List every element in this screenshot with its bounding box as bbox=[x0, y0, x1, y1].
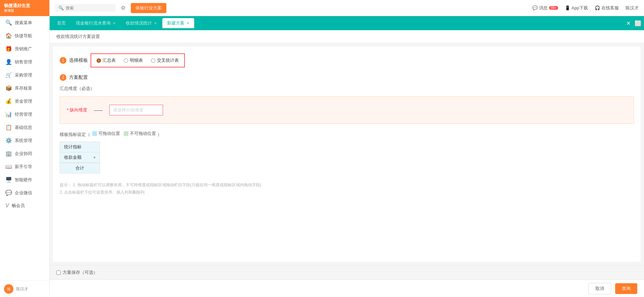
save-plan-checkbox-label[interactable]: 方案保存（可选） bbox=[56, 269, 637, 276]
dimension-select[interactable]: 请选择分组维度 bbox=[109, 105, 163, 115]
tab-bank-flow-label: 现金银行流水查询 bbox=[76, 20, 111, 26]
search-icon: 🔍 bbox=[5, 19, 12, 26]
movable-legend-text: 可拖动位置 bbox=[98, 131, 120, 137]
radio-cross-label: 交叉统计表 bbox=[157, 57, 179, 63]
sidebar-item-label: 库存核算 bbox=[15, 85, 32, 91]
sidebar-item-label: 新手引导 bbox=[15, 164, 32, 170]
sidebar-item-operations[interactable]: 📊 经营管理 bbox=[0, 108, 49, 121]
tab-close-icon[interactable]: ✕ bbox=[186, 21, 190, 26]
app-download-label: App下载 bbox=[572, 5, 588, 11]
headset-icon: 🎧 bbox=[595, 5, 600, 10]
tab-new-plan[interactable]: 新建方案 ✕ bbox=[162, 18, 194, 28]
header-right: 💬 消息 99+ 📱 App下载 🎧 在线客服 陈汉才 bbox=[532, 5, 639, 11]
settings-icon[interactable]: ⚙ bbox=[121, 5, 125, 11]
book-icon: 📖 bbox=[5, 163, 12, 170]
sidebar-item-label: 畅会员 bbox=[12, 203, 25, 209]
step2-label: 方案配置 bbox=[69, 75, 88, 81]
step2-header: 2 方案配置 bbox=[60, 74, 634, 81]
tab-bank-flow[interactable]: 现金银行流水查询 ✕ bbox=[71, 18, 120, 28]
monitor-icon: 🖥️ bbox=[5, 177, 12, 183]
close-tab-icon[interactable]: ✕ bbox=[626, 20, 631, 27]
radio-summary[interactable]: 汇总表 bbox=[97, 57, 116, 63]
tab-collection-stat[interactable]: 收款情况统计 ✕ bbox=[121, 18, 162, 28]
sidebar-item-label: 企业微信 bbox=[15, 190, 32, 196]
sidebar-item-enterprise[interactable]: 🏢 企业协同 bbox=[0, 147, 49, 160]
metrics-grid: 统计指标 收款金额 ▾ 合计 bbox=[60, 142, 634, 174]
avatar: 陈 bbox=[4, 284, 13, 294]
notification-label: 消息 bbox=[539, 5, 548, 11]
sidebar-logo: 畅捷通好生意 标准版 bbox=[0, 0, 49, 16]
page-title-bar: 收款情况统计方案设置 bbox=[50, 30, 644, 43]
hint-line-1: 提示： 1. 拖动标题栏可以调整布局，不可跨维度或指标区域拖动栏目字段(只能在同… bbox=[60, 182, 634, 189]
sidebar-item-basic[interactable]: 📋 基础信息 bbox=[0, 121, 49, 134]
sidebar-item-label: 营销推广 bbox=[15, 46, 32, 52]
save-plan-checkbox[interactable] bbox=[56, 270, 61, 275]
cancel-button[interactable]: 取消 bbox=[588, 283, 611, 294]
metrics-group-header-label: 统计指标 bbox=[64, 144, 82, 150]
fixed-legend-text: 不可拖动位置 bbox=[130, 131, 156, 137]
metrics-group: 统计指标 收款金额 ▾ 合计 bbox=[60, 142, 100, 174]
online-service-item[interactable]: 🎧 在线客服 bbox=[595, 5, 619, 11]
user-icon: 👤 bbox=[5, 59, 12, 65]
footer-section: 方案保存（可选） bbox=[50, 265, 644, 280]
metrics-group-header[interactable]: 统计指标 bbox=[60, 142, 100, 152]
clipboard-icon: 📋 bbox=[5, 124, 12, 131]
maximize-icon[interactable]: ⬜ bbox=[635, 20, 641, 27]
sidebar-item-label: 系统管理 bbox=[15, 138, 32, 144]
radio-cross[interactable]: 交叉统计表 bbox=[151, 57, 179, 63]
sidebar-item-sales[interactable]: 👤 销售管理 bbox=[0, 55, 49, 68]
industry-plan-button[interactable]: 体验行业方案 bbox=[131, 3, 166, 13]
step2-badge: 2 bbox=[60, 74, 66, 81]
app-download-item[interactable]: 📱 App下载 bbox=[565, 5, 588, 11]
metrics-col-header[interactable]: 收款金额 ▾ bbox=[60, 152, 100, 163]
query-button[interactable]: 查询 bbox=[615, 283, 637, 294]
metrics-section: 模板指标设定（ 可拖动位置 不可拖动位置 ） bbox=[60, 131, 634, 174]
sidebar-item-label: 智能硬件 bbox=[15, 177, 32, 183]
dropdown-icon[interactable]: ▾ bbox=[94, 155, 96, 160]
tab-home-label: 首页 bbox=[57, 20, 66, 26]
header-search-box[interactable]: 🔍 bbox=[55, 4, 115, 12]
sidebar-item-wechat[interactable]: 💬 企业微信 bbox=[0, 186, 49, 199]
hint-section: 提示： 1. 拖动标题栏可以调整布局，不可跨维度或指标区域拖动栏目字段(只能在同… bbox=[60, 182, 634, 196]
sidebar-item-quick-nav[interactable]: 🏠 快捷导航 bbox=[0, 29, 49, 42]
tab-new-plan-label: 新建方案 bbox=[167, 20, 184, 26]
logo-main-text: 畅捷通好生意 bbox=[4, 3, 30, 8]
sidebar-item-hardware[interactable]: 🖥️ 智能硬件 bbox=[0, 173, 49, 186]
sidebar-item-finance[interactable]: 💰 资金管理 bbox=[0, 95, 49, 108]
tab-bar: 首页 现金银行流水查询 ✕ 收款情况统计 ✕ 新建方案 ✕ ✕ ⬜ bbox=[50, 16, 644, 30]
sidebar-item-inventory[interactable]: 📦 库存核算 bbox=[0, 82, 49, 95]
gear-icon: ⚙️ bbox=[5, 137, 12, 144]
sidebar-item-guide[interactable]: 📖 新手引导 bbox=[0, 160, 49, 173]
metrics-config-label: 模板指标设定（ 可拖动位置 不可拖动位置 ） bbox=[60, 131, 634, 138]
step1-badge: 1 bbox=[60, 57, 66, 64]
dimension-select-placeholder: 请选择分组维度 bbox=[113, 107, 144, 112]
notification-badge: 99+ bbox=[549, 6, 558, 10]
form-container: 1 选择模板 汇总表 明细表 交叉统计表 bbox=[53, 47, 641, 262]
cart-icon: 🛒 bbox=[5, 72, 12, 78]
radio-cross-input[interactable] bbox=[151, 58, 155, 63]
sidebar-item-label: 采购管理 bbox=[15, 72, 32, 78]
search-input[interactable] bbox=[66, 6, 109, 10]
sidebar-item-label: 快捷导航 bbox=[15, 33, 32, 39]
radio-summary-input[interactable] bbox=[97, 58, 101, 63]
movable-legend-dot bbox=[92, 131, 97, 136]
radio-detail[interactable]: 明细表 bbox=[124, 57, 143, 63]
sidebar: 畅捷通好生意 标准版 🔍 搜索菜单 🏠 快捷导航 🎁 营销推广 👤 销售管理 🛒… bbox=[0, 0, 50, 297]
step2-section: 2 方案配置 汇总维度（必选） * 纵向维度 —— 请选择分组维度 bbox=[60, 74, 634, 196]
tab-close-icon[interactable]: ✕ bbox=[154, 21, 157, 26]
radio-detail-input[interactable] bbox=[124, 58, 128, 63]
sidebar-item-purchase[interactable]: 🛒 采购管理 bbox=[0, 68, 49, 82]
notification-item[interactable]: 💬 消息 99+ bbox=[532, 5, 558, 11]
tab-home[interactable]: 首页 bbox=[52, 18, 70, 28]
sidebar-item-member[interactable]: V 畅会员 bbox=[0, 199, 49, 212]
radio-summary-label: 汇总表 bbox=[103, 57, 116, 63]
dimension-row: * 纵向维度 —— 请选择分组维度 bbox=[67, 105, 627, 115]
message-icon: 💬 bbox=[532, 5, 538, 10]
tab-bar-controls: ✕ ⬜ bbox=[626, 20, 641, 27]
sidebar-item-system[interactable]: ⚙️ 系统管理 bbox=[0, 134, 49, 147]
tab-close-icon[interactable]: ✕ bbox=[113, 21, 116, 26]
sidebar-item-search[interactable]: 🔍 搜索菜单 bbox=[0, 16, 49, 29]
sidebar-item-marketing[interactable]: 🎁 营销推广 bbox=[0, 42, 49, 55]
building-icon: 🏢 bbox=[5, 150, 12, 157]
sidebar-item-label: 企业协同 bbox=[15, 151, 32, 157]
